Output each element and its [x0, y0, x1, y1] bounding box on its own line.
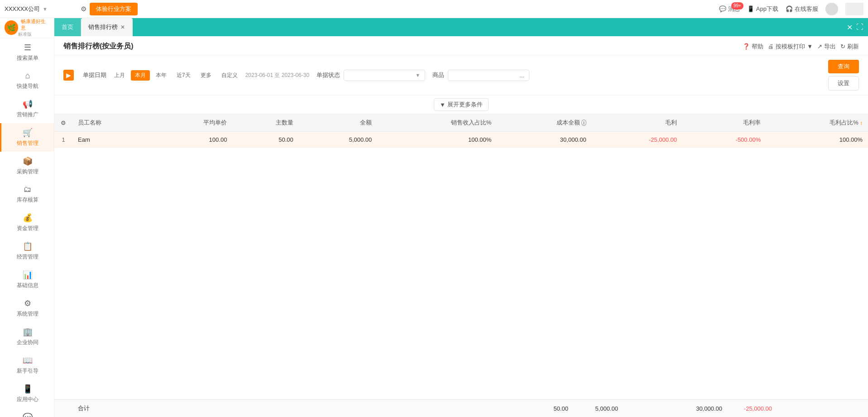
sidebar-item-finance[interactable]: 💰 资金管理 [0, 208, 54, 237]
filter-expand-btn[interactable]: ▶ [63, 70, 74, 81]
table-header-row: ⚙ 员工名称 平均单价 主数量 全额 销售收入占比% 成本全额 i 毛利 毛利率… [54, 114, 868, 132]
print-btn[interactable]: 🖨 按模板打印 ▼ [768, 43, 813, 51]
message-btn[interactable]: 💬 消息 99+ [719, 5, 740, 13]
sidebar-item-marketing[interactable]: 📢 营销推广 [0, 95, 54, 123]
expand-row: ▼ 展开更多条件 [54, 96, 868, 114]
sidebar-item-sales[interactable]: 🛒 销售管理 [0, 123, 54, 152]
cell-gross-pct: 100.00% [766, 132, 868, 148]
tab-maximize-btn[interactable]: ⛶ [856, 23, 863, 31]
cell-sales-pct: 100.00% [377, 132, 497, 148]
col-name: 员工名称 [72, 114, 153, 132]
col-sales-pct: 销售收入占比% [377, 114, 497, 132]
company-selector[interactable]: XXXXXX公司 ▼ [5, 5, 77, 13]
base-icon: 📊 [23, 270, 33, 280]
guide-icon: 📖 [23, 355, 33, 365]
cell-qty: 50.00 [232, 132, 298, 148]
table-container: ⚙ 员工名称 平均单价 主数量 全额 销售收入占比% 成本全额 i 毛利 毛利率… [54, 114, 868, 399]
refresh-btn[interactable]: ↻ 刷新 [840, 43, 859, 51]
tab-bar-right: ✕ ⛶ [842, 18, 868, 36]
date-tab-last7[interactable]: 近7天 [173, 70, 195, 81]
goods-input[interactable]: ... [448, 70, 529, 81]
sidebar-item-apps[interactable]: 📱 应用中心 [0, 379, 54, 408]
user-name[interactable] [845, 3, 863, 15]
footer-cost: 30,000.00 [672, 405, 722, 412]
sidebar-item-label: 基础信息 [17, 282, 38, 289]
avatar[interactable] [825, 3, 838, 15]
date-tab-this-month[interactable]: 本月 [131, 70, 150, 81]
col-cost: 成本全额 i [497, 114, 591, 132]
table-row: 1 Eam 100.00 50.00 5,000.00 100.00% 30,0… [54, 132, 868, 148]
status-select[interactable]: ▼ [344, 70, 425, 81]
expand-arrow-icon[interactable]: ▶ [63, 70, 74, 81]
online-service-btn[interactable]: 🎧 在线客服 [786, 5, 818, 13]
refresh-label: 刷新 [847, 43, 859, 51]
filter-bar: ▶ 单据日期 上月 本月 本年 近7天 更多 自定义 2023-06-01 至 … [54, 55, 868, 96]
expand-conditions-btn[interactable]: ▼ 展开更多条件 [434, 98, 489, 111]
sidebar-item-label: 销售管理 [17, 139, 38, 147]
company-chevron-icon: ▼ [43, 6, 48, 12]
tab-sales-rank[interactable]: 销售排行榜 ✕ [81, 18, 133, 36]
tab-home[interactable]: 首页 [54, 18, 81, 36]
sidebar-logo: 🌿 畅康通好生意 标准版 [0, 18, 54, 38]
date-tab-custom[interactable]: 自定义 [217, 70, 242, 81]
date-tab-prev-month[interactable]: 上月 [110, 70, 129, 81]
wechat-icon: 💬 [23, 412, 33, 417]
sidebar-item-operations[interactable]: 📋 经营管理 [0, 237, 54, 265]
date-tab-more[interactable]: 更多 [197, 70, 216, 81]
sidebar-item-label: 系统管理 [17, 310, 38, 318]
col-settings-icon[interactable]: ⚙ [61, 120, 66, 126]
page-header: 销售排行榜(按业务员) ❓ 帮助 🖨 按模板打印 ▼ ↗ 导出 ↻ 刷新 [54, 36, 868, 55]
sidebar-item-shortcut[interactable]: ⌂ 快捷导航 [0, 67, 54, 95]
sidebar-item-search[interactable]: ☰ 搜索菜单 [0, 38, 54, 67]
enterprise-icon: 🏢 [23, 327, 33, 337]
sidebar-item-inventory[interactable]: 🗂 库存核算 [0, 180, 54, 208]
help-btn[interactable]: ❓ 帮助 [743, 43, 763, 51]
trial-btn[interactable]: 体验行业方案 [90, 3, 138, 15]
date-range: 2023-06-01 至 2023-06-30 [245, 72, 309, 79]
sidebar-item-purchase[interactable]: 📦 采购管理 [0, 152, 54, 180]
date-filter-label: 单据日期 [83, 71, 106, 79]
marketing-icon: 📢 [23, 99, 33, 109]
app-icon: 📱 [747, 5, 754, 12]
expand-label: 展开更多条件 [447, 101, 483, 109]
sidebar-item-label: 应用中心 [17, 396, 38, 403]
logo-sub: 标准版 [18, 31, 49, 38]
footer-qty: 50.00 [523, 405, 568, 412]
query-btn[interactable]: 查询 [828, 60, 859, 73]
sidebar-item-wechat[interactable]: 💬 企业微信 [0, 408, 54, 417]
settings-icon-btn[interactable]: ⚙ [77, 3, 90, 15]
export-btn[interactable]: ↗ 导出 [817, 43, 836, 51]
sidebar-item-system[interactable]: ⚙ 系统管理 [0, 294, 54, 322]
content-area: 首页 销售排行榜 ✕ ✕ ⛶ 销售排行榜(按业务员) ❓ 帮助 🖨 按模 [54, 18, 868, 417]
header-right: 💬 消息 99+ 📱 App下载 🎧 在线客服 [719, 3, 863, 15]
print-icon: 🖨 [768, 43, 774, 50]
gross-pct-sort-icon[interactable]: ↕ [860, 120, 863, 125]
sidebar-item-label: 营销推广 [17, 111, 38, 119]
sidebar-item-label: 经营管理 [17, 253, 38, 261]
search-menu-icon: ☰ [24, 43, 31, 53]
date-tab-this-year[interactable]: 本年 [152, 70, 171, 81]
sidebar-item-label: 资金管理 [17, 225, 38, 232]
shortcut-icon: ⌂ [25, 71, 30, 81]
filter-settings-btn[interactable]: 设置 [828, 76, 859, 91]
message-icon: 💬 [719, 5, 726, 12]
apps-icon: 📱 [23, 384, 33, 394]
logo-name: 畅康通好生意 [21, 18, 49, 31]
col-settings[interactable]: ⚙ [54, 114, 72, 132]
sidebar-item-enterprise[interactable]: 🏢 企业协同 [0, 322, 54, 351]
tab-close-icon[interactable]: ✕ [120, 24, 125, 30]
export-icon: ↗ [817, 43, 822, 50]
app-label: App下载 [756, 5, 778, 13]
sidebar-item-base[interactable]: 📊 基础信息 [0, 265, 54, 294]
expand-down-icon: ▼ [440, 101, 446, 108]
tab-sales-rank-label: 销售排行榜 [88, 23, 118, 31]
purchase-icon: 📦 [23, 156, 33, 166]
date-tabs: 上月 本月 本年 近7天 更多 自定义 [110, 70, 242, 81]
cost-info-icon: i [581, 120, 586, 126]
app-download-btn[interactable]: 📱 App下载 [747, 5, 778, 13]
status-filter-group: 单据状态 ▼ [317, 70, 425, 81]
status-filter-label: 单据状态 [317, 71, 340, 79]
tab-minimize-btn[interactable]: ✕ [847, 23, 853, 32]
sidebar-item-guide[interactable]: 📖 新手引导 [0, 351, 54, 379]
filter-actions: 查询 设置 [828, 60, 859, 91]
